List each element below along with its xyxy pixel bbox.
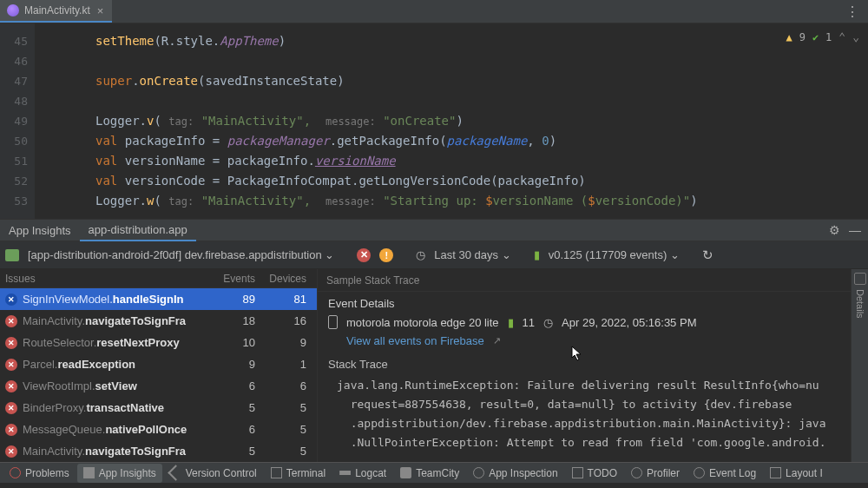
eventlog-icon — [694, 467, 705, 478]
refresh-icon[interactable]: ↻ — [702, 247, 713, 263]
fatal-icon: ✕ — [5, 293, 17, 306]
date-range-selector[interactable]: Last 30 days ⌄ — [434, 248, 510, 261]
phone-icon — [328, 315, 338, 329]
tw-app-inspection[interactable]: App Inspection — [467, 464, 563, 483]
event-details-heading: Event Details — [328, 297, 840, 310]
minimize-icon[interactable]: — — [849, 223, 861, 237]
fatal-icon: ✕ — [5, 315, 17, 327]
insights-icon — [83, 467, 95, 478]
chevron-up-icon[interactable]: ⌃ — [838, 30, 845, 43]
project-selector[interactable]: [app-distribution-android-2f0df] dev.fir… — [28, 248, 334, 261]
tw-layout-inspector[interactable]: Layout I — [764, 464, 829, 483]
detail-header: Sample Stack Trace — [318, 269, 851, 292]
gear-icon[interactable]: ⚙ — [829, 223, 840, 237]
project-icon — [5, 249, 19, 261]
stack-trace-heading: Stack Trace — [328, 358, 840, 371]
tw-app-insights[interactable]: App Insights — [77, 464, 162, 483]
file-tab[interactable]: MainActivity.kt × — [0, 0, 112, 23]
details-icon[interactable] — [854, 273, 866, 285]
fatal-icon: ✕ — [5, 402, 17, 414]
issue-row[interactable]: ✕MainActivity.navigateToSignFra55 — [0, 440, 317, 462]
check-icon: ✔ — [812, 31, 819, 43]
issue-row[interactable]: ✕RouteSelector.resetNextProxy109 — [0, 332, 317, 353]
insights-body: Issues Events Devices ✕SignInViewModel.h… — [0, 269, 868, 462]
vcs-icon — [168, 465, 183, 480]
close-icon[interactable]: × — [95, 4, 106, 17]
tw-terminal[interactable]: Terminal — [265, 464, 332, 483]
tool-window-bar: Problems App Insights Version Control Te… — [0, 462, 868, 483]
tw-teamcity[interactable]: TeamCity — [394, 464, 465, 483]
teamcity-icon — [400, 467, 411, 478]
tab-app-distribution[interactable]: app-distribution.app — [80, 220, 196, 241]
fatal-icon: ✕ — [5, 380, 17, 392]
device-name: motorola motorola edge 20 lite — [346, 316, 499, 329]
chevron-down-icon[interactable]: ⌄ — [852, 30, 859, 43]
details-tab[interactable]: Details — [855, 289, 865, 319]
code-area[interactable]: setTheme(R.style.AppTheme) super.onCreat… — [35, 23, 698, 219]
issue-row[interactable]: ✕Parcel.readException91 — [0, 353, 317, 375]
issue-row[interactable]: ✕ViewRootImpl.setView66 — [0, 375, 317, 397]
editor-tabbar: MainActivity.kt × ⋮ — [0, 0, 868, 23]
todo-icon — [572, 467, 583, 478]
warning-icon: ▲ — [786, 31, 792, 43]
tw-logcat[interactable]: Logcat — [333, 464, 392, 483]
nonfatal-filter-icon[interactable]: ! — [379, 248, 393, 262]
fatal-icon: ✕ — [5, 445, 17, 458]
api-level: 11 — [523, 316, 535, 329]
android-icon: ▮ — [508, 316, 514, 329]
tw-version-control[interactable]: Version Control — [164, 464, 263, 483]
inspection-icon — [473, 467, 484, 478]
version-selector[interactable]: v0.125 (117709 events) ⌄ — [549, 248, 680, 261]
fatal-filter-icon[interactable]: ✕ — [357, 248, 371, 262]
tw-problems[interactable]: Problems — [3, 464, 76, 483]
clock-icon: ◷ — [416, 248, 425, 261]
insights-toolbar: [app-distribution-android-2f0df] dev.fir… — [0, 241, 868, 269]
logcat-icon — [339, 467, 351, 478]
external-link-icon: ↗ — [493, 335, 501, 346]
kotlin-file-icon — [7, 4, 19, 16]
issue-row[interactable]: ✕MessageQueue.nativePollOnce65 — [0, 419, 317, 440]
side-stripe: Details — [851, 269, 868, 462]
issues-header: Issues Events Devices — [0, 269, 317, 288]
terminal-icon — [271, 467, 282, 478]
gutter: 45 46 47 48 49 50 51 52 53 — [0, 23, 35, 219]
layout-icon — [770, 467, 781, 478]
view-all-link[interactable]: View all events on Firebase — [346, 334, 484, 347]
detail-panel: Sample Stack Trace Event Details motorol… — [317, 269, 851, 462]
issue-row[interactable]: ✕BinderProxy.transactNative55 — [0, 397, 317, 419]
inspections-widget[interactable]: ▲9 ✔1 ⌃ ⌄ — [786, 30, 859, 43]
code-editor[interactable]: ▲9 ✔1 ⌃ ⌄ 45 46 47 48 49 50 51 52 53 set… — [0, 23, 868, 219]
stack-trace-body[interactable]: java.lang.RuntimeException: Failure deli… — [328, 376, 840, 452]
insights-tabs: App Insights app-distribution.app ⚙ — — [0, 219, 868, 241]
android-icon: ▮ — [534, 248, 540, 261]
issue-row[interactable]: ✕SignInViewModel.handleSignIn8981 — [0, 288, 317, 310]
fatal-icon: ✕ — [5, 337, 17, 349]
tw-event-log[interactable]: Event Log — [687, 464, 762, 483]
issue-row[interactable]: ✕MainActivity.navigateToSignFra1816 — [0, 310, 317, 332]
issues-table: Issues Events Devices ✕SignInViewModel.h… — [0, 269, 317, 462]
fatal-icon: ✕ — [5, 359, 17, 371]
tw-profiler[interactable]: Profiler — [625, 464, 686, 483]
tw-todo[interactable]: TODO — [566, 464, 623, 483]
event-timestamp: Apr 29, 2022, 05:16:35 PM — [562, 316, 696, 329]
more-menu-icon[interactable]: ⋮ — [837, 3, 868, 20]
tab-title: MainActivity.kt — [24, 4, 90, 16]
clock-icon: ◷ — [543, 316, 553, 329]
problems-icon — [10, 467, 21, 478]
tab-app-insights[interactable]: App Insights — [0, 220, 80, 241]
fatal-icon: ✕ — [5, 424, 17, 436]
profiler-icon — [631, 467, 642, 478]
